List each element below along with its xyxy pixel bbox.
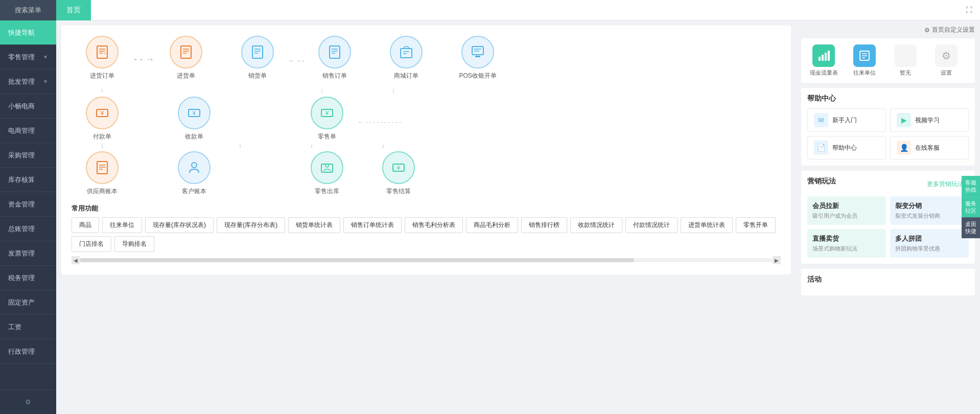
- sidebar-item-3[interactable]: 小畅电商: [0, 94, 56, 119]
- func-btn[interactable]: 商品毛利分析: [466, 217, 518, 233]
- func-btn[interactable]: 往来单位: [102, 217, 142, 233]
- search-menu[interactable]: 搜索菜单: [0, 0, 56, 20]
- node-sale-order[interactable]: 销售订单: [304, 36, 365, 80]
- common-functions: 常用功能 商品往来单位现存量(库存状况表)现存量(库存分布表)销货单统计表销售订…: [72, 204, 781, 252]
- sidebar-item-6[interactable]: 库存核算: [0, 168, 56, 192]
- func-btn[interactable]: 商品: [72, 217, 99, 233]
- desktop-shortcut-btn[interactable]: 桌面快捷: [962, 217, 980, 238]
- marketing-item-live[interactable]: 直播卖货 场景式购物新玩法: [807, 229, 886, 258]
- beginner-icon: ✉: [814, 113, 828, 127]
- node-purchase-order[interactable]: 进货订单: [72, 36, 133, 80]
- marketing-panel: 营销玩法 更多营销玩法 > 会员拉新 吸引用户成为会员 裂变分销 裂变式发展分销…: [801, 171, 975, 264]
- settings-icon: ⚙: [935, 44, 958, 67]
- expand-icon[interactable]: ⛶: [963, 4, 975, 16]
- side-buttons: 客服热线 服务社区 桌面快捷: [962, 176, 980, 238]
- scroll-left-btn[interactable]: ◀: [72, 256, 80, 264]
- sidebar-item-11[interactable]: 固定资产: [0, 290, 56, 315]
- func-grid: 商品往来单位现存量(库存状况表)现存量(库存分布表)销货单统计表销售订单统计表销…: [72, 217, 781, 252]
- help-item-beginner[interactable]: ✉ 新手入门: [807, 108, 886, 132]
- activity-panel: 活动: [801, 269, 975, 295]
- video-icon: ▶: [897, 113, 911, 127]
- sidebar-item-4[interactable]: 电商管理: [0, 119, 56, 143]
- help-icon-doc: 📄: [814, 141, 828, 155]
- none-icon: [894, 44, 917, 67]
- node-mall-order[interactable]: 商城订单: [376, 36, 437, 80]
- node-retail-bill[interactable]: ¥ 零售单: [296, 97, 358, 141]
- func-btn[interactable]: 销售排行榜: [521, 217, 567, 233]
- main-panel: 进货订单 - - → 进货单: [56, 20, 796, 414]
- purchase-order-icon: [86, 36, 119, 68]
- sidebar-item-5[interactable]: 采购管理: [0, 143, 56, 168]
- marketing-item-group[interactable]: 多人拼团 拼团购物享受优惠: [890, 229, 969, 258]
- sidebar-item-2[interactable]: 批发管理▼: [0, 70, 56, 94]
- customer-service-btn[interactable]: 客服热线: [962, 176, 980, 197]
- node-retail-settle[interactable]: ¥ 零售结算: [368, 151, 429, 196]
- quick-icon-settings[interactable]: ⚙ 设置: [930, 44, 963, 77]
- help-grid: ✉ 新手入门 ▶ 视频学习 📄 帮助中心 👤 在线客服: [807, 108, 969, 159]
- svg-rect-35: [321, 164, 333, 172]
- marketing-item-split[interactable]: 裂变分销 裂变式发展分销商: [890, 196, 969, 225]
- node-pos[interactable]: POS收银开单: [447, 36, 508, 80]
- svg-text:¥: ¥: [192, 110, 196, 116]
- func-btn[interactable]: 门店排名: [72, 236, 111, 252]
- svg-rect-16: [401, 49, 412, 58]
- quick-nav-card: 进货订单 - - → 进货单: [61, 26, 791, 274]
- func-btn[interactable]: 零售开单: [736, 217, 776, 233]
- quick-icon-contacts[interactable]: 往来单位: [848, 44, 881, 77]
- sidebar-item-0[interactable]: 快捷导航: [0, 20, 56, 45]
- sidebar-item-13[interactable]: 行政管理: [0, 339, 56, 364]
- sidebar-gear-icon[interactable]: ⚙: [0, 389, 56, 414]
- func-btn[interactable]: 销货单统计表: [288, 217, 340, 233]
- svg-rect-8: [252, 46, 263, 58]
- svg-rect-12: [330, 46, 340, 58]
- quick-icons-panel: 现金流量表 往来单位 暂无 ⚙ 设置: [801, 38, 975, 83]
- func-btn[interactable]: 现存量(库存分布表): [217, 217, 285, 233]
- sidebar: 快捷导航零售管理▼批发管理▼小畅电商电商管理采购管理库存核算资金管理总账管理发票…: [0, 20, 56, 414]
- tab-home[interactable]: 首页: [56, 0, 91, 20]
- help-item-video[interactable]: ▶ 视频学习: [890, 108, 969, 132]
- help-item-chat[interactable]: 👤 在线客服: [890, 136, 969, 159]
- func-btn[interactable]: 现存量(库存状况表): [145, 217, 214, 233]
- sidebar-item-12[interactable]: 工资: [0, 315, 56, 339]
- func-btn[interactable]: 进货单统计表: [681, 217, 733, 233]
- arrow-1: - - →: [134, 54, 154, 65]
- svg-text:¥: ¥: [325, 110, 329, 116]
- node-purchase-bill[interactable]: 进货单: [155, 36, 217, 80]
- pos-icon: [461, 36, 494, 68]
- cashflow-icon: [812, 44, 835, 67]
- quick-icon-cashflow[interactable]: 现金流量表: [807, 44, 840, 77]
- func-btn[interactable]: 导购排名: [114, 236, 154, 252]
- sale-order-icon: [318, 36, 351, 68]
- node-supplier-account[interactable]: 供应商账本: [72, 151, 133, 196]
- svg-rect-41: [825, 53, 827, 61]
- sidebar-item-1[interactable]: 零售管理▼: [0, 45, 56, 70]
- node-sale-bill[interactable]: 销货单: [227, 36, 288, 80]
- func-btn[interactable]: 付款情况统计: [625, 217, 678, 233]
- node-receipt[interactable]: ¥ 收款单: [164, 97, 225, 141]
- func-btn[interactable]: 销售订单统计表: [343, 217, 402, 233]
- node-payment[interactable]: ¥ 付款单: [72, 97, 133, 141]
- sale-bill-icon: [241, 36, 274, 68]
- retail-out-icon: [311, 151, 343, 184]
- service-community-btn[interactable]: 服务社区: [962, 197, 980, 218]
- quick-icon-none[interactable]: 暂无: [889, 44, 922, 77]
- chat-icon: 👤: [897, 141, 911, 155]
- sidebar-item-9[interactable]: 发票管理: [0, 241, 56, 266]
- sidebar-item-10[interactable]: 税务管理: [0, 266, 56, 290]
- sidebar-item-7[interactable]: 资金管理: [0, 192, 56, 217]
- receipt-icon: ¥: [178, 97, 211, 129]
- func-btn[interactable]: 收款情况统计: [570, 217, 622, 233]
- customize-link[interactable]: ⚙ 首页自定义设置: [924, 26, 975, 34]
- customer-account-icon: [178, 151, 211, 184]
- common-funcs-title: 常用功能: [72, 204, 781, 213]
- svg-rect-39: [819, 57, 821, 61]
- scroll-right-btn[interactable]: ▶: [773, 256, 781, 264]
- help-item-help[interactable]: 📄 帮助中心: [807, 136, 886, 159]
- node-customer-account[interactable]: 客户账本: [164, 151, 225, 196]
- svg-rect-20: [475, 56, 480, 57]
- sidebar-item-8[interactable]: 总账管理: [0, 217, 56, 241]
- node-retail-out[interactable]: 零售出库: [296, 151, 358, 196]
- marketing-item-member[interactable]: 会员拉新 吸引用户成为会员: [807, 196, 886, 225]
- help-center: 帮助中心 ✉ 新手入门 ▶ 视频学习 📄 帮助中心 👤: [801, 88, 975, 166]
- func-btn[interactable]: 销售毛利分析表: [405, 217, 463, 233]
